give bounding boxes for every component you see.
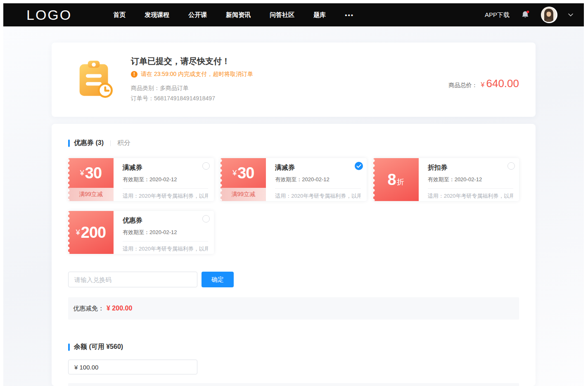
coupon-name: 折扣券 xyxy=(428,163,513,172)
bell-icon[interactable] xyxy=(520,10,530,20)
exclamation-circle-icon: ! xyxy=(131,71,138,78)
main-content: 订单已提交，请尽快支付！ ! 请在 23:59:00 内完成支付，超时将取消订单… xyxy=(3,26,584,386)
redeem-code-input[interactable] xyxy=(68,272,197,287)
coupon-currency: ¥ xyxy=(232,169,237,178)
nav-item-open-classes[interactable]: 公开课 xyxy=(188,11,207,19)
coupon-details: 折扣券 有效期至：2020-02-12 适用：2020年考研专属福利券，以用..… xyxy=(419,158,519,201)
coupon-name: 优惠券 xyxy=(123,216,208,225)
order-number-label: 订单号： xyxy=(131,95,154,102)
coupon-card-4[interactable]: ¥200 优惠券 有效期至：2020-02-12 适用：2020年考研专属福利券… xyxy=(68,211,214,254)
order-total: 商品总价：¥640.00 xyxy=(449,77,519,90)
coupon-name: 满减券 xyxy=(123,163,208,172)
ellipsis-icon[interactable]: ••• xyxy=(345,12,354,19)
coupon-card-1[interactable]: ¥30 满99立减 满减券 有效期至：2020-02-12 适用：2020年考研… xyxy=(68,158,214,201)
order-number-row: 订单号：5681749184914918497 xyxy=(131,93,449,104)
coupon-details: 优惠券 有效期至：2020-02-12 适用：2020年考研专属福利券，以用..… xyxy=(114,211,214,254)
confirm-button[interactable]: 确定 xyxy=(202,272,234,287)
coupon-stub: ¥200 xyxy=(68,211,114,254)
coupon-stub: 8折 xyxy=(373,158,419,201)
coupon-currency: ¥ xyxy=(76,228,80,237)
nav-item-qa-community[interactable]: 问答社区 xyxy=(270,11,294,19)
order-number-value: 5681749184914918497 xyxy=(154,95,215,102)
coupon-value: 8 xyxy=(388,171,396,189)
order-category-value: 多商品订单 xyxy=(160,85,189,91)
coupon-scope: 适用：2020年考研专属福利券，以用... xyxy=(275,188,360,200)
app-download-link[interactable]: APP下载 xyxy=(485,11,510,19)
nav-item-news[interactable]: 新闻资讯 xyxy=(226,11,251,19)
chevron-down-icon[interactable] xyxy=(568,13,573,17)
coupon-card-2[interactable]: ¥30 满99立减 满减券 有效期至：2020-02-12 适用：2020年考研… xyxy=(220,158,366,201)
discount-summary-bar: 优惠减免： ¥ 200.00 xyxy=(68,297,519,320)
user-avatar[interactable] xyxy=(541,7,557,23)
coupon-tabs: 优惠券 (3) 积分 xyxy=(68,139,519,147)
balance-title: 余额 (可用 ¥560) xyxy=(74,343,123,351)
balance-amount-input[interactable] xyxy=(68,360,197,374)
coupon-details: 满减券 有效期至：2020-02-12 适用：2020年考研专属福利券，以用..… xyxy=(114,158,214,201)
coupon-condition: 满99立减 xyxy=(220,188,266,201)
nav-right: APP下载 xyxy=(485,7,573,23)
balance-section-header: 余额 (可用 ¥560) xyxy=(68,343,519,351)
notification-dot xyxy=(526,11,529,13)
coupon-details: 满减券 有效期至：2020-02-12 适用：2020年考研专属福利券，以用..… xyxy=(266,158,366,201)
page: LOGO 首页 发现课程 公开课 新闻资讯 问答社区 题库 ••• APP下载 xyxy=(0,0,588,386)
order-total-label: 商品总价： xyxy=(449,82,478,88)
tab-divider xyxy=(110,140,111,146)
currency-symbol: ¥ xyxy=(481,81,485,88)
section-accent-bar xyxy=(68,140,70,147)
coupon-unit: 折 xyxy=(397,177,404,187)
coupon-name: 满减券 xyxy=(275,163,360,172)
coupon-stub: ¥30 满99立减 xyxy=(220,158,266,201)
order-total-amount: 640.00 xyxy=(486,77,519,90)
coupon-validity: 有效期至：2020-02-12 xyxy=(123,176,208,183)
radio-circle-icon[interactable] xyxy=(202,215,210,223)
section-accent-bar xyxy=(68,343,70,351)
order-banner-card: 订单已提交，请尽快支付！ ! 请在 23:59:00 内完成支付，超时将取消订单… xyxy=(52,43,536,117)
discount-label: 优惠减免： xyxy=(73,305,104,313)
logo[interactable]: LOGO xyxy=(26,7,72,23)
payment-deadline-warning: ! 请在 23:59:00 内完成支付，超时将取消订单 xyxy=(131,71,449,78)
coupon-scope: 适用：2020年考研专属福利券，以用... xyxy=(123,241,208,253)
order-category-row: 商品类别：多商品订单 xyxy=(131,83,449,93)
coupon-condition: 满99立减 xyxy=(68,188,114,201)
coupon-scope: 适用：2020年考研专属福利券，以用... xyxy=(123,188,208,200)
coupon-card-3[interactable]: 8折 折扣券 有效期至：2020-02-12 适用：2020年考研专属福利券，以… xyxy=(373,158,519,201)
nav-item-home[interactable]: 首页 xyxy=(113,11,126,19)
coupon-value: 30 xyxy=(85,164,102,182)
check-circle-icon[interactable] xyxy=(355,162,363,170)
nav-item-discover-courses[interactable]: 发现课程 xyxy=(145,11,169,19)
coupon-value: 200 xyxy=(81,224,106,242)
payable-summary-bar xyxy=(68,383,519,386)
order-title: 订单已提交，请尽快支付！ xyxy=(131,56,449,67)
coupon-grid: ¥30 满99立减 满减券 有效期至：2020-02-12 适用：2020年考研… xyxy=(68,158,519,254)
radio-circle-icon[interactable] xyxy=(507,162,515,170)
tab-coupons[interactable]: 优惠券 (3) xyxy=(74,139,104,147)
nav-links: 首页 发现课程 公开课 新闻资讯 问答社区 题库 ••• xyxy=(113,11,354,19)
radio-circle-icon[interactable] xyxy=(202,162,210,170)
order-info: 订单已提交，请尽快支付！ ! 请在 23:59:00 内完成支付，超时将取消订单… xyxy=(131,56,449,104)
tab-points[interactable]: 积分 xyxy=(117,139,130,147)
coupon-scope: 适用：2020年考研专属福利券，以用... xyxy=(428,188,513,200)
nav-item-question-bank[interactable]: 题库 xyxy=(313,11,326,19)
coupon-validity: 有效期至：2020-02-12 xyxy=(275,176,360,183)
order-category-label: 商品类别： xyxy=(131,85,160,91)
coupon-currency: ¥ xyxy=(80,169,84,178)
coupon-stub: ¥30 满99立减 xyxy=(68,158,114,201)
redeem-row: 确定 xyxy=(68,272,519,287)
discount-amount: ¥ 200.00 xyxy=(107,305,132,312)
coupon-value: 30 xyxy=(237,164,254,182)
coupon-validity: 有效期至：2020-02-12 xyxy=(123,229,208,236)
payment-options-card: 优惠券 (3) 积分 ¥30 满99立减 满减券 有效期至：2020-02-12… xyxy=(52,124,536,386)
coupon-validity: 有效期至：2020-02-12 xyxy=(428,176,513,183)
warning-text: 请在 23:59:00 内完成支付，超时将取消订单 xyxy=(141,71,253,78)
top-nav: LOGO 首页 发现课程 公开课 新闻资讯 问答社区 题库 ••• APP下载 xyxy=(3,3,584,26)
clipboard-clock-icon xyxy=(76,59,113,100)
